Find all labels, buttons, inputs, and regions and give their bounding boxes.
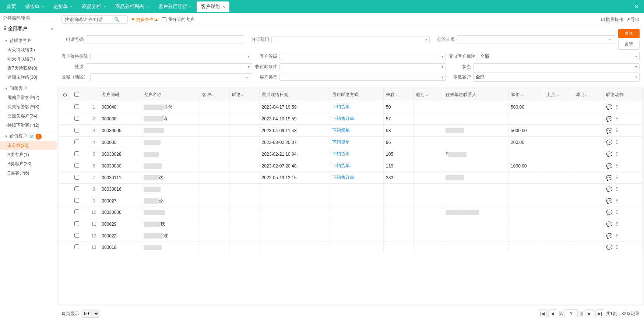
last-contact-method-cell[interactable] (330, 195, 383, 207)
nav-tab-purchase[interactable]: 进货单 × (49, 1, 77, 12)
sidebar-group-problem[interactable]: ▼ 问题客户 (0, 84, 57, 93)
more-action-icon[interactable]: ⠿ (615, 116, 619, 122)
nav-tab-customer-contact[interactable]: 客户联络 × (197, 1, 229, 12)
checkbox-cell[interactable] (72, 207, 88, 218)
sidebar-item-today[interactable]: 今天待联络(0) (0, 45, 57, 54)
contact-action-icon[interactable]: 💬 (606, 151, 612, 157)
checkbox-col-header[interactable] (72, 89, 88, 101)
row-checkbox[interactable] (74, 163, 79, 168)
checkbox-cell[interactable] (72, 125, 88, 137)
more-action-icon[interactable]: ⠿ (615, 186, 619, 192)
last-contact-method-cell[interactable] (330, 230, 383, 242)
close-icon[interactable]: × (103, 4, 106, 9)
search-button[interactable]: 查询 (618, 29, 640, 38)
contact-method-link[interactable]: 下销货单 (332, 104, 350, 109)
region-select[interactable]: ··· (90, 73, 252, 81)
last-contact-method-cell[interactable] (330, 242, 383, 253)
contact-method-link[interactable]: 下销货单 (332, 151, 350, 156)
row-checkbox[interactable] (74, 116, 79, 121)
collapse-icon[interactable]: « (51, 26, 54, 32)
last-contact-method-cell[interactable]: 下销售订单 (330, 172, 383, 184)
sidebar-search-input[interactable] (3, 15, 57, 21)
more-action-icon[interactable]: ⠿ (615, 163, 619, 169)
sidebar-group-pending[interactable]: ▼ 待联络客户 (0, 36, 57, 45)
export-btn[interactable]: ↗ 导出 (626, 17, 640, 23)
payment-select[interactable]: ▾ (279, 63, 446, 70)
last-contact-method-cell[interactable]: 下销货单 (330, 148, 383, 160)
checkbox-cell[interactable] (72, 195, 88, 207)
dept-select[interactable]: ▾ (271, 36, 430, 43)
no-contact-col-header[interactable]: 未联... (384, 89, 414, 101)
window-close-icon[interactable]: × (632, 3, 641, 10)
checkbox-cell[interactable] (72, 160, 88, 172)
contact-method-link[interactable]: 下销售订单 (332, 175, 354, 180)
sidebar-search-bar[interactable]: 🔍 (0, 13, 57, 23)
more-action-icon[interactable]: ⠿ (615, 233, 619, 239)
customer-type-select[interactable]: ▾ (279, 74, 446, 81)
select-all-checkbox[interactable] (74, 92, 79, 97)
filter-search-input[interactable] (65, 17, 113, 22)
more-action-icon[interactable]: ⠿ (615, 128, 619, 134)
code-col-header[interactable]: 客户编码 (99, 89, 141, 101)
next-page-btn[interactable]: ▶ (585, 309, 594, 318)
close-icon[interactable]: × (70, 4, 72, 9)
row-checkbox[interactable] (74, 244, 79, 249)
sidebar-item-abnormal[interactable]: 囤购异常客户(2) (0, 93, 57, 102)
row-checkbox[interactable] (74, 140, 79, 144)
price-level-select[interactable]: ▾ (90, 53, 252, 60)
last-contact-method-cell[interactable] (330, 184, 383, 195)
contact-action-icon[interactable]: 💬 (606, 116, 612, 122)
dots-icon[interactable]: ··· (246, 75, 250, 80)
close-icon[interactable]: × (42, 4, 44, 9)
sidebar-item-a-class[interactable]: A类客户(1) (0, 150, 57, 159)
nav-tab-customer-tier[interactable]: 客户分层经营 × (154, 1, 196, 12)
batch-operation-btn[interactable]: ☑ 批量操作 (601, 17, 623, 23)
last-contact-method-cell[interactable] (330, 218, 383, 230)
sidebar-item-churn-warning[interactable]: 流失预警客户(3) (0, 102, 57, 112)
this-month-col-header[interactable]: 本月... (574, 89, 604, 101)
this-year-col-header[interactable]: 本年... (508, 89, 544, 101)
close-icon[interactable]: × (146, 4, 148, 9)
more-action-icon[interactable]: ⠿ (615, 140, 619, 145)
checkbox-cell[interactable] (72, 218, 88, 230)
last-contact-method-cell[interactable] (330, 207, 383, 218)
checkbox-cell[interactable] (72, 172, 88, 184)
checkbox-cell[interactable] (72, 148, 88, 160)
sidebar-item-b-class[interactable]: B类客户(33) (0, 159, 57, 169)
row-checkbox[interactable] (74, 104, 79, 109)
last-contact-date-col-header[interactable]: 最后联络日期 (259, 89, 330, 101)
contact-method-link[interactable]: 下销货单 (332, 163, 350, 168)
contact-action-icon[interactable]: 💬 (606, 104, 612, 110)
sidebar-item-churned[interactable]: 已流失客户(24) (0, 112, 57, 121)
sidebar-item-declining[interactable]: 持续下滑客户(2) (0, 121, 57, 130)
settings-icon[interactable]: ⚙ (63, 92, 67, 98)
last-contact-method-cell[interactable]: 下销货单 (330, 125, 383, 137)
reset-button[interactable]: 设置 (618, 40, 640, 50)
contact-action-icon[interactable]: 💬 (606, 209, 612, 215)
checkbox-cell[interactable] (72, 113, 88, 125)
sidebar-group-value[interactable]: ▼ 价值客户 ↻ ! (0, 132, 57, 141)
sidebar-item-ungraded[interactable]: 未分组(32) (0, 141, 57, 150)
last-contact-method-cell[interactable]: 下销货单 (330, 137, 383, 148)
row-checkbox[interactable] (74, 221, 79, 226)
checkbox-cell[interactable] (72, 184, 88, 195)
prev-page-btn[interactable]: ◀ (548, 309, 557, 318)
page-size-select[interactable]: 50 100 200 (81, 310, 99, 318)
last-contact-method-cell[interactable]: 下销货单 (330, 101, 383, 113)
row-checkbox[interactable] (74, 198, 79, 203)
unit-contact-col-header[interactable]: 往来单位联系人 (443, 89, 508, 101)
page-number-input[interactable] (564, 309, 578, 318)
refresh-icon[interactable]: ↻ (29, 134, 34, 139)
more-action-icon[interactable]: ⠿ (615, 221, 619, 227)
more-action-icon[interactable]: ⠿ (615, 244, 619, 250)
contact-action-icon[interactable]: 💬 (606, 163, 612, 169)
contact-action-icon[interactable]: 💬 (606, 140, 612, 145)
sidebar-item-overdue[interactable]: 逾期未联络(30) (0, 73, 57, 82)
sidebar-item-7days[interactable]: 近7天待联络(0) (0, 64, 57, 73)
row-checkbox[interactable] (74, 186, 79, 191)
retail-attr-select[interactable]: 全部 ▾ (478, 52, 640, 61)
more-action-icon[interactable]: ⠿ (615, 175, 619, 181)
more-conditions-btn[interactable]: ▼ 更多条件 ▲ (131, 17, 159, 23)
customer-level-select[interactable]: ▾ (279, 53, 446, 60)
last-contact-method-cell[interactable]: 下销货单 (330, 160, 383, 172)
